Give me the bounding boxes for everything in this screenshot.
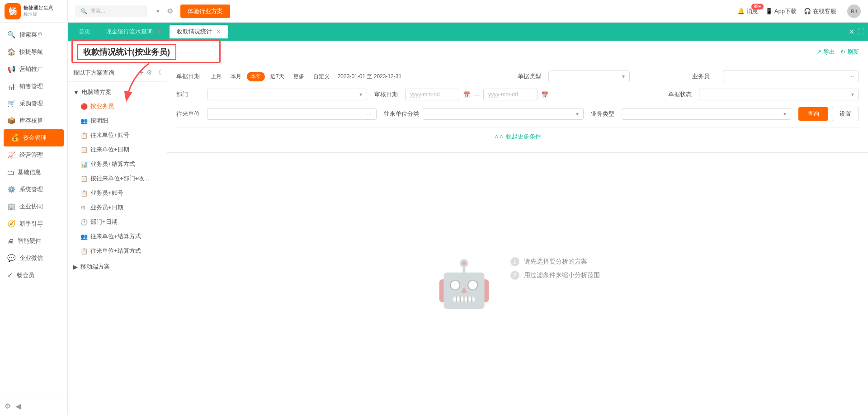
- date-tab-this-month[interactable]: 本月: [227, 72, 245, 81]
- scheme-label-salesman: 按业务员: [90, 102, 114, 110]
- salesman-label: 业务员: [692, 72, 719, 80]
- date-tab-this-year[interactable]: 本年: [247, 72, 265, 81]
- date-tab-more[interactable]: 更多: [290, 72, 308, 81]
- salesman-select[interactable]: ···: [723, 71, 859, 82]
- scheme-item-sales-date[interactable]: ⚙ 业务员+日期: [68, 200, 167, 215]
- scheme-label-sales-date: 业务员+日期: [90, 203, 123, 212]
- sidebar-bottom: ⚙ ◀: [0, 397, 67, 415]
- page-title: 收款情况统计(按业务员): [77, 44, 176, 60]
- sidebar-item-purchase[interactable]: 🛒 采购管理: [0, 95, 67, 112]
- scheme-group-mobile-header[interactable]: ▶ 移动端方案: [68, 260, 167, 274]
- filter-department: 部门 ▾: [176, 89, 367, 100]
- chat-icon: 💬: [7, 254, 16, 262]
- scheme-label-complex: 按往来单位+部门+收...: [90, 174, 149, 183]
- tab-bank[interactable]: 现金银行流水查询 ✕: [99, 25, 169, 38]
- topbar-chevron-icon[interactable]: ▾: [156, 8, 160, 14]
- tab-receipt-close-icon[interactable]: ✕: [217, 29, 221, 35]
- filter-area: 单据日期 上月 本月 本年 近7天 更多 自定义 2023-01-01 至 20…: [167, 63, 868, 153]
- chevron-right-icon: ▶: [73, 264, 78, 270]
- tab-home[interactable]: 首页: [71, 25, 98, 38]
- action-buttons: 查询 设置: [798, 107, 859, 121]
- sidebar-item-finance[interactable]: 💰 资金管理: [4, 129, 64, 146]
- sidebar-menu: 🔍 搜索菜单 🏠 快捷导航 📢 营销推广 📊 销售管理 🛒 采购管理 📦 库存核…: [0, 23, 67, 397]
- filter-row-1: 单据日期 上月 本月 本年 近7天 更多 自定义 2023-01-01 至 20…: [176, 71, 859, 82]
- filter-review-date: 审核日期 yyyy-mm-dd 📅 — yyyy-mm-dd 📅: [374, 89, 660, 100]
- tab-bank-close-icon[interactable]: ✕: [157, 29, 161, 35]
- scheme-item-partner-account[interactable]: 📋 往来单位+账号: [68, 128, 167, 142]
- scheme-settings-icon[interactable]: ⚙: [146, 69, 152, 77]
- sidebar-item-search[interactable]: 🔍 搜索菜单: [0, 26, 67, 43]
- review-date-start-input[interactable]: yyyy-mm-dd: [405, 89, 459, 100]
- partner-category-select[interactable]: ▾: [423, 108, 584, 120]
- review-date-end-input[interactable]: yyyy-mm-dd: [483, 89, 538, 100]
- calendar-end-icon[interactable]: 📅: [541, 91, 548, 98]
- dept-select[interactable]: ▾: [207, 89, 367, 100]
- date-tab-7days[interactable]: 近7天: [267, 72, 288, 81]
- scheme-collapse-icon[interactable]: 《: [155, 69, 161, 77]
- sidebar-item-company[interactable]: 🏢 企业协同: [0, 198, 67, 215]
- date-tab-last-month[interactable]: 上月: [207, 72, 225, 81]
- service-button[interactable]: 🎧 在线客服: [804, 7, 836, 15]
- scheme-item-sales-account[interactable]: 📋 业务员+账号: [68, 186, 167, 200]
- scheme-item-complex[interactable]: 📋 按往来单位+部门+收...: [68, 171, 167, 186]
- refresh-button[interactable]: ↻ 刷新: [840, 48, 859, 56]
- voucher-status-select[interactable]: ▾: [699, 89, 859, 100]
- scheme-icon-sales-settlement: 📊: [80, 161, 88, 168]
- settings-filter-button[interactable]: 设置: [832, 107, 859, 121]
- business-type-select[interactable]: ▾: [622, 108, 791, 120]
- settings-bottom-icon[interactable]: ⚙: [5, 402, 11, 410]
- sidebar-item-stock[interactable]: 📦 库存核算: [0, 112, 67, 129]
- sidebar-item-guide[interactable]: 🧭 新手引导: [0, 215, 67, 232]
- export-button[interactable]: ↗ 导出: [816, 48, 835, 56]
- collapse-filter-bar[interactable]: ∧∧ 收起更多条件: [176, 127, 859, 145]
- scheme-label-sales-settlement: 业务员+结算方式: [90, 160, 135, 168]
- scheme-item-dept-date[interactable]: 🕐 部门+日期: [68, 215, 167, 229]
- sidebar-label-member: 畅会员: [17, 271, 34, 279]
- topbar-gear-icon[interactable]: ⚙: [167, 7, 173, 15]
- scheme-icon-detail: 👥: [80, 118, 88, 124]
- scheme-item-partner-settlement1[interactable]: 👥 往来单位+结算方式: [68, 229, 167, 244]
- sidebar-item-marketing[interactable]: 📢 营销推广: [0, 61, 67, 78]
- maximize-icon[interactable]: ⛶: [858, 28, 864, 35]
- empty-step-1: 1 请先选择要分析的方案: [510, 257, 600, 266]
- sidebar-item-nav[interactable]: 🏠 快捷导航: [0, 43, 67, 61]
- chart-icon: 📊: [7, 82, 16, 90]
- messages-button[interactable]: 🔔 消息 99+: [737, 7, 758, 15]
- sidebar-item-wechat[interactable]: 💬 企业微信: [0, 250, 67, 267]
- scheme-header-actions: + ⚙ 《: [140, 69, 161, 77]
- sidebar-item-operation[interactable]: 📈 经营管理: [0, 146, 67, 164]
- calendar-start-icon[interactable]: 📅: [463, 91, 470, 98]
- scheme-item-salesman[interactable]: 🔴 按业务员: [68, 99, 167, 113]
- scheme-group-pc-label: 电脑端方案: [82, 88, 111, 96]
- query-button[interactable]: 查询: [798, 107, 828, 121]
- date-tab-custom[interactable]: 自定义: [310, 72, 333, 81]
- scheme-item-sales-settlement[interactable]: 📊 业务员+结算方式: [68, 157, 167, 171]
- sidebar-label-company: 企业协同: [19, 203, 43, 211]
- user-avatar[interactable]: Rit: [847, 5, 861, 18]
- filter-salesman: 业务员 ···: [692, 71, 859, 82]
- sidebar-item-sales[interactable]: 📊 销售管理: [0, 78, 67, 95]
- scheme-label-detail: 按明细: [90, 117, 108, 125]
- close-window-icon[interactable]: ✕: [849, 28, 854, 36]
- scheme-item-partner-settlement2[interactable]: 📋 往来单位+结算方式: [68, 244, 167, 258]
- sidebar-item-basic[interactable]: 🗃 基础信息: [0, 164, 67, 181]
- scheme-item-detail[interactable]: 👥 按明细: [68, 113, 167, 128]
- scheme-group-pc-header[interactable]: ▼ 电脑端方案: [68, 85, 167, 99]
- cta-button[interactable]: 体验行业方案: [180, 5, 230, 18]
- partner-category-label: 往来单位分类: [384, 110, 419, 118]
- tab-receipt[interactable]: 收款情况统计 ✕: [170, 25, 228, 38]
- scheme-icon-sales-date: ⚙: [80, 204, 88, 211]
- add-scheme-icon[interactable]: +: [140, 69, 144, 77]
- voucher-type-select[interactable]: ▾: [548, 71, 630, 82]
- sidebar-item-system[interactable]: ⚙️ 系统管理: [0, 181, 67, 198]
- collapse-sidebar-icon[interactable]: ◀: [15, 402, 21, 410]
- scheme-item-partner-date[interactable]: 📋 往来单位+日期: [68, 142, 167, 157]
- sidebar-item-hardware[interactable]: 🖨 智能硬件: [0, 232, 67, 250]
- app-download-button[interactable]: 📱 App下载: [765, 7, 797, 15]
- sidebar-item-member[interactable]: ✓ 畅会员: [0, 267, 67, 284]
- topbar-search[interactable]: 🔍 搜索...: [75, 5, 147, 17]
- partner-select[interactable]: ···: [207, 108, 377, 120]
- refresh-label: 刷新: [847, 48, 859, 56]
- scheme-icon-sales-account: 📋: [80, 190, 88, 197]
- sidebar-label-operation: 经营管理: [19, 151, 43, 159]
